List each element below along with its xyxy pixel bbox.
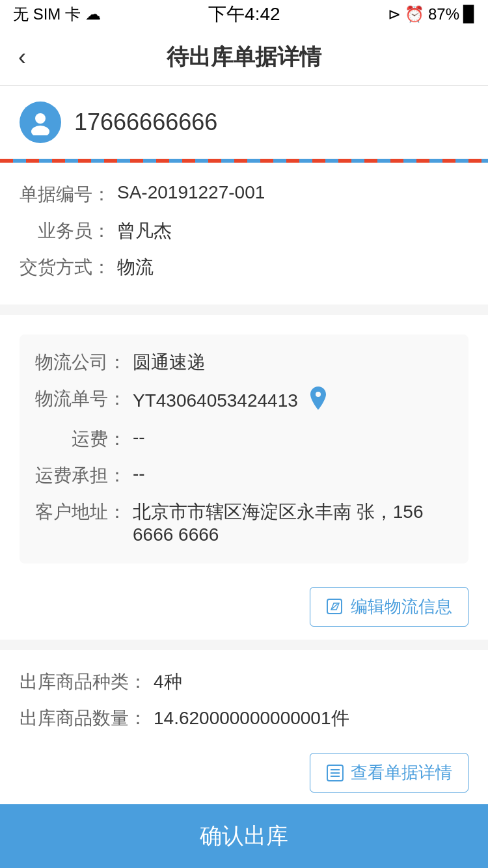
avatar [20,102,61,143]
goods-quantity-value: 14.620000000000001件 [154,706,468,731]
goods-type-value: 4种 [154,670,468,694]
logistics-freightbear-value: -- [133,463,453,484]
back-button[interactable]: ‹ [18,44,26,71]
logistics-address-row: 客户地址： 北京市市辖区海淀区永丰南 张，156 6666 6666 [35,500,453,545]
user-header: 17666666666 [0,86,488,159]
order-number-label: 单据编号： [20,182,111,207]
logistics-freight-row: 运费： -- [35,427,453,452]
person-icon [27,109,53,135]
edit-logistics-button[interactable]: 编辑物流信息 [310,587,468,627]
logistics-address-label: 客户地址： [35,500,126,524]
confirm-outbound-label: 确认出库 [200,821,288,851]
svg-point-1 [31,126,49,135]
list-icon [326,764,344,782]
logistics-company-label: 物流公司： [35,350,126,375]
goods-quantity-label: 出库商品数量： [20,706,147,731]
status-bar-right: ⊳ ⏰ 87% ▉ [388,5,475,23]
logistics-freight-label: 运费： [35,427,126,452]
goods-quantity-row: 出库商品数量： 14.620000000000001件 [20,706,468,731]
staff-label: 业务员： [20,219,111,243]
staff-row: 业务员： 曾凡杰 [20,219,468,243]
logistics-company-row: 物流公司： 圆通速递 [35,350,453,375]
staff-value: 曾凡杰 [117,219,468,243]
confirm-outbound-button[interactable]: 确认出库 [0,804,488,868]
goods-type-row: 出库商品种类： 4种 [20,670,468,694]
logistics-inner-card: 物流公司： 圆通速递 物流单号： YT43064053424413 运费： --… [20,334,468,563]
logistics-tracking-label: 物流单号： [35,387,126,411]
location-indicator: ⊳ [388,5,401,23]
status-bar-time: 下午4:42 [208,2,280,27]
bottom-area: 确认出库 [0,804,488,868]
delivery-value: 物流 [117,255,468,280]
edit-logistics-btn-container: 编辑物流信息 [20,576,468,640]
goods-section: 出库商品种类： 4种 出库商品数量： 14.620000000000001件 查… [0,650,488,812]
user-phone: 17666666666 [74,109,217,136]
status-bar: 无 SIM 卡 ☁ 下午4:42 ⊳ ⏰ 87% ▉ [0,0,488,29]
battery-icon: ▉ [463,5,475,23]
logistics-tracking-row: 物流单号： YT43064053424413 [35,387,453,415]
view-detail-label: 查看单据详情 [351,761,452,784]
logistics-section: 物流公司： 圆通速递 物流单号： YT43064053424413 运费： --… [0,315,488,640]
delivery-label: 交货方式： [20,255,111,280]
logistics-tracking-value: YT43064053424413 [133,387,453,415]
order-info-section: 单据编号： SA-20191227-001 业务员： 曾凡杰 交货方式： 物流 [0,163,488,305]
logistics-address-value: 北京市市辖区海淀区永丰南 张，156 6666 6666 [133,500,453,545]
page-title: 待出库单据详情 [167,42,321,72]
nav-bar: ‹ 待出库单据详情 [0,29,488,86]
logistics-company-value: 圆通速递 [133,350,453,375]
status-bar-left: 无 SIM 卡 ☁ [13,4,101,25]
tracking-number-text: YT43064053424413 [133,390,298,411]
view-detail-btn-container: 查看单据详情 [20,742,468,799]
view-detail-button[interactable]: 查看单据详情 [310,753,468,793]
edit-logistics-label: 编辑物流信息 [351,595,452,618]
goods-type-label: 出库商品种类： [20,670,147,694]
svg-point-0 [35,113,46,124]
logistics-freightbear-row: 运费承担： -- [35,463,453,488]
alarm-icon: ⏰ [405,5,424,23]
delivery-row: 交货方式： 物流 [20,255,468,280]
edit-icon [326,598,344,616]
logistics-freightbear-label: 运费承担： [35,463,126,488]
logistics-freight-value: -- [133,427,453,448]
battery-level: 87% [428,5,459,23]
order-number-value: SA-20191227-001 [117,182,468,203]
sim-status: 无 SIM 卡 ☁ [13,4,101,25]
location-icon[interactable] [308,387,328,415]
order-number-row: 单据编号： SA-20191227-001 [20,182,468,207]
